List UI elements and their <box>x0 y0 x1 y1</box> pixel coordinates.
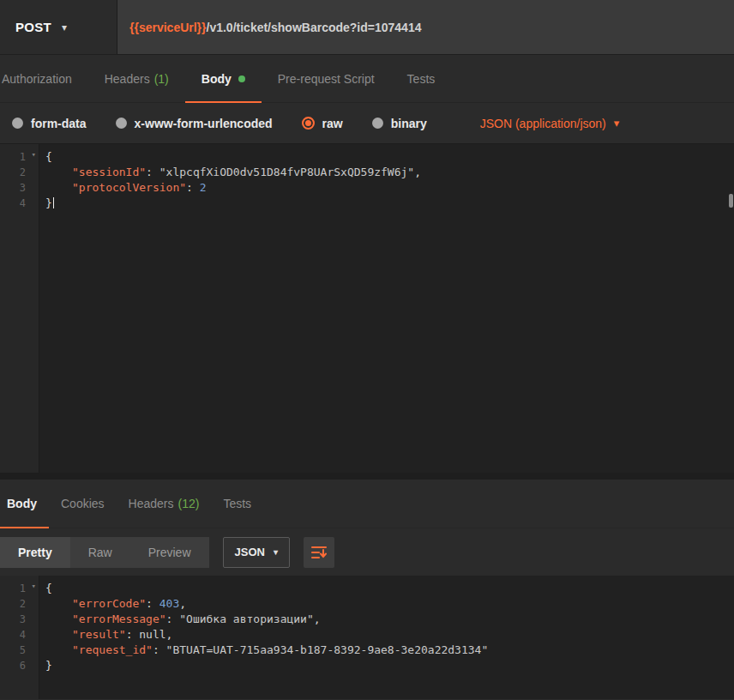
method-label: POST <box>15 20 51 34</box>
view-raw-label: Raw <box>88 546 112 559</box>
view-mode-switch: Pretty Raw Preview <box>0 537 209 568</box>
line-number: 6 <box>0 658 39 673</box>
view-pretty-label: Pretty <box>18 546 52 559</box>
json-number-value: 2 <box>200 181 207 194</box>
tab-response-headers-count: (12) <box>178 497 200 510</box>
response-format-selector[interactable]: JSON ▾ <box>223 537 290 568</box>
request-url-bar: POST ▾ {{serviceUrl}}/v1.0/ticket/showBa… <box>0 0 734 55</box>
json-string-value: "BTUAT=UAT-715aa934-b187-8392-9ae8-3e20a… <box>166 643 489 656</box>
close-brace: } <box>45 659 52 672</box>
fold-toggle-icon[interactable]: ▾ <box>32 582 36 590</box>
tab-authorization-label: Authorization <box>2 72 72 86</box>
code-line: 1 ▾ { <box>0 149 734 165</box>
colon: : <box>166 612 180 625</box>
tab-response-tests[interactable]: Tests <box>211 480 263 528</box>
tab-response-headers[interactable]: Headers (12) <box>117 480 212 528</box>
body-indicator-dot <box>238 75 245 82</box>
code-line: 3 "protocolVersion": 2 <box>0 180 734 196</box>
open-brace: { <box>45 582 52 594</box>
gutter-cell: 3 <box>0 612 39 627</box>
gutter-cell: 5 <box>0 643 39 658</box>
url-environment-variable: {{serviceUrl}} <box>129 21 207 34</box>
line-number: 2 <box>0 165 39 180</box>
view-preview-button[interactable]: Preview <box>130 537 209 568</box>
line-number: 3 <box>0 612 39 627</box>
colon: : <box>186 181 200 194</box>
tab-cookies-label: Cookies <box>61 497 105 510</box>
radio-selected-icon <box>302 117 315 130</box>
json-key: "result" <box>72 628 126 641</box>
line-number: 4 <box>0 196 39 211</box>
json-key: "protocolVersion" <box>72 181 186 194</box>
gutter-cell: 3 <box>0 180 39 196</box>
line-number: 4 <box>0 627 39 643</box>
json-key: "request_id" <box>72 643 153 656</box>
colon: : <box>146 597 159 610</box>
tab-tests[interactable]: Tests <box>391 55 452 102</box>
json-number-value: 403 <box>159 597 179 610</box>
fold-toggle-icon[interactable]: ▾ <box>32 151 36 159</box>
line-number: 5 <box>0 643 39 658</box>
radio-binary-label: binary <box>391 117 427 130</box>
wrap-text-button[interactable] <box>304 537 334 568</box>
response-section: Body Cookies Headers (12) Tests Pretty R… <box>0 473 734 699</box>
tab-headers[interactable]: Headers (1) <box>88 55 185 102</box>
tab-headers-count: (1) <box>154 72 169 86</box>
json-key: "errorCode" <box>72 597 146 610</box>
url-input[interactable]: {{serviceUrl}}/v1.0/ticket/showBarcode?i… <box>117 0 734 54</box>
json-key: "sessionId" <box>72 166 146 178</box>
tab-headers-label: Headers <box>105 72 150 86</box>
close-brace: } <box>45 196 52 209</box>
code-line: 3 "errorMessage": "Ошибка авторизации", <box>0 612 734 627</box>
radio-unselected-icon <box>12 118 23 129</box>
view-preview-label: Preview <box>148 546 191 559</box>
comma: , <box>314 612 321 625</box>
json-null-value: null <box>139 628 165 641</box>
comma: , <box>179 597 186 610</box>
gutter-cell: 4 <box>0 627 39 643</box>
response-body-editor[interactable]: 1 ▾ { 2 "errorCode": 403, 3 "errorMessag… <box>0 576 734 699</box>
tab-authorization[interactable]: Authorization <box>0 55 88 102</box>
response-format-label: JSON <box>235 546 265 558</box>
tab-response-body-label: Body <box>7 497 37 510</box>
code-line: 2 "sessionId": "xlpcqfXiOD0dv51D84fvP8UA… <box>0 165 734 180</box>
comma: , <box>166 628 173 641</box>
chevron-down-icon: ▾ <box>614 118 620 129</box>
tab-tests-label: Tests <box>407 72 436 86</box>
radio-raw-label: raw <box>322 117 343 130</box>
line-number: 3 <box>0 180 39 196</box>
url-path: /v1.0/ticket/showBarcode?id=1074414 <box>207 21 422 34</box>
radio-x-www-form-urlencoded[interactable]: x-www-form-urlencoded <box>116 117 273 130</box>
view-raw-button[interactable]: Raw <box>70 537 130 568</box>
radio-raw[interactable]: raw <box>302 117 343 130</box>
body-type-row: form-data x-www-form-urlencoded raw bina… <box>0 103 734 144</box>
tab-response-headers-label: Headers <box>129 497 174 510</box>
content-type-label: JSON (application/json) <box>480 117 606 130</box>
gutter-cell: 4 <box>0 196 39 211</box>
colon: : <box>153 643 166 656</box>
gutter-cell: 1 ▾ <box>0 149 39 165</box>
line-number: 2 <box>0 596 39 612</box>
content-type-selector[interactable]: JSON (application/json) ▾ <box>480 117 620 130</box>
text-cursor <box>53 197 54 208</box>
view-pretty-button[interactable]: Pretty <box>0 537 70 568</box>
response-view-controls: Pretty Raw Preview JSON ▾ <box>0 528 734 576</box>
method-selector[interactable]: POST ▾ <box>0 0 117 54</box>
request-tabs: Authorization Headers (1) Body Pre-reque… <box>0 55 734 103</box>
gutter-cell: 2 <box>0 165 39 180</box>
gutter-cell: 1 ▾ <box>0 581 39 596</box>
tab-response-tests-label: Tests <box>223 497 251 510</box>
request-body-editor[interactable]: 1 ▾ { 2 "sessionId": "xlpcqfXiOD0dv51D84… <box>0 144 734 473</box>
radio-form-data[interactable]: form-data <box>12 117 87 130</box>
tab-cookies[interactable]: Cookies <box>49 480 117 528</box>
code-line: 5 "request_id": "BTUAT=UAT-715aa934-b187… <box>0 643 734 658</box>
tab-pre-request-script[interactable]: Pre-request Script <box>262 55 391 102</box>
tab-response-body[interactable]: Body <box>0 480 49 528</box>
chevron-down-icon: ▾ <box>62 22 67 33</box>
scrollbar-thumb[interactable] <box>729 194 733 208</box>
code-line: 4 } <box>0 196 734 211</box>
tab-body[interactable]: Body <box>185 55 262 102</box>
open-brace: { <box>45 150 52 163</box>
chevron-down-icon: ▾ <box>274 548 278 557</box>
radio-binary[interactable]: binary <box>372 117 427 130</box>
